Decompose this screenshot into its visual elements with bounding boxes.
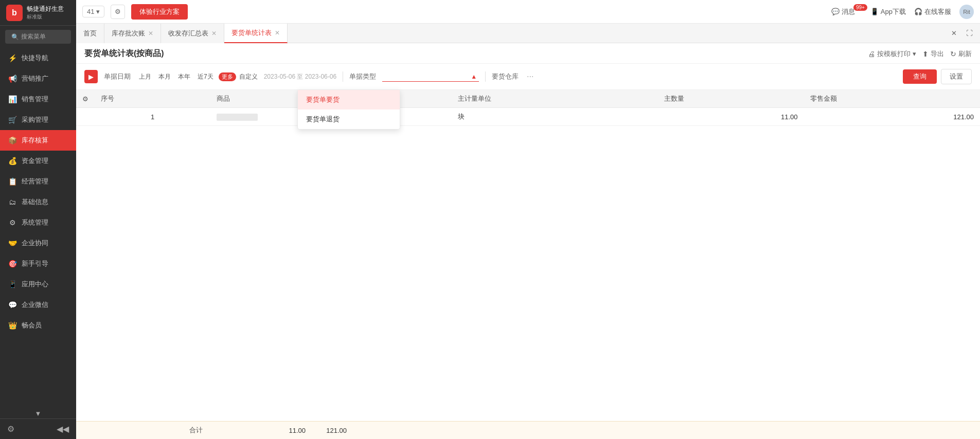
filter-expand-button[interactable]: ▶	[84, 70, 98, 83]
cell-quantity: 11.00	[658, 108, 804, 126]
col-amount: 零售金额	[804, 90, 980, 108]
tab-batch[interactable]: 库存批次账 ✕	[104, 24, 161, 43]
date-7days[interactable]: 近7天	[195, 71, 216, 82]
filter-separator-2	[485, 71, 486, 82]
sidebar-item-app-center[interactable]: 📱 应用中心	[0, 274, 76, 295]
sidebar-bottom: ⚙ ◀◀	[0, 418, 76, 439]
type-chevron-up-icon[interactable]: ▲	[471, 73, 477, 80]
date-more-badge[interactable]: 更多	[219, 72, 236, 81]
tab-bar: 首页 库存批次账 ✕ 收发存汇总表 ✕ 要货单统计表 ✕ ✕ ⛶	[76, 24, 980, 43]
sidebar-logo: b 畅捷通好生意 标准版	[0, 0, 76, 26]
data-table: ⚙ 序号 商品 主计量单位 主数量 零售金额 1	[76, 90, 980, 126]
sidebar-item-operations[interactable]: 📋 经营管理	[0, 171, 76, 192]
collapse-sidebar-icon[interactable]: ◀◀	[57, 424, 69, 434]
enterprise-wechat-icon: 💬	[7, 300, 17, 310]
filter-actions: 查询 设置	[903, 69, 972, 84]
sidebar-item-basic-info[interactable]: 🗂 基础信息	[0, 192, 76, 212]
sidebar-item-inventory[interactable]: 📦 库存核算	[0, 130, 76, 151]
sidebar-item-purchase[interactable]: 🛒 采购管理	[0, 109, 76, 130]
sidebar-item-guide[interactable]: 🎯 新手引导	[0, 253, 76, 274]
type-input-container[interactable]: ▲	[382, 71, 479, 82]
sidebar-nav: ⚡ 快捷导航 📢 营销推广 📊 销售管理 🛒 采购管理 📦 库存核算 💰 资金管…	[0, 48, 76, 408]
footer-quantity: 11.00	[271, 427, 312, 434]
print-chevron-icon: ▾	[913, 50, 916, 58]
inventory-icon: 📦	[7, 135, 17, 145]
refresh-button[interactable]: ↻ 刷新	[950, 49, 972, 59]
col-settings[interactable]: ⚙	[76, 90, 95, 108]
settings-button[interactable]: 设置	[941, 69, 972, 84]
sidebar-item-enterprise-wechat[interactable]: 💬 企业微信	[0, 295, 76, 315]
print-button[interactable]: 🖨 按模板打印 ▾	[868, 49, 916, 59]
sidebar: b 畅捷通好生意 标准版 🔍 搜索菜单 ⚡ 快捷导航 📢 营销推广 📊 销售管理…	[0, 0, 76, 439]
filter-more-button[interactable]: ···	[527, 72, 533, 81]
export-button[interactable]: ⬆ 导出	[922, 49, 944, 59]
header-left: 41 ▾ ⚙ 体验行业方案	[82, 4, 188, 20]
cell-row-num: 1	[95, 108, 210, 126]
enterprise-icon: 🤝	[7, 238, 17, 248]
finance-icon: 💰	[7, 156, 17, 166]
tab-receivables[interactable]: 收发存汇总表 ✕	[161, 24, 224, 43]
user-avatar-button[interactable]: Rit	[959, 5, 974, 19]
app-logo-text: 畅捷通好生意 标准版	[27, 5, 64, 20]
sidebar-search[interactable]: 🔍 搜索菜单	[5, 30, 71, 44]
settings-bottom-icon[interactable]: ⚙	[7, 424, 14, 434]
tab-expand-button[interactable]: ⛶	[963, 27, 976, 40]
type-dropdown: 要货单要货 要货单退货	[297, 89, 400, 130]
service-icon: 🎧	[914, 8, 922, 15]
export-icon: ⬆	[922, 50, 929, 58]
basic-info-icon: 🗂	[7, 197, 17, 207]
messages-button[interactable]: 💬 消息 99+	[831, 7, 862, 16]
sidebar-item-finance[interactable]: 💰 资金管理	[0, 151, 76, 171]
sidebar-item-vip[interactable]: 👑 畅会员	[0, 315, 76, 336]
dropdown-item-requisition-order[interactable]: 要货单要货	[298, 90, 400, 109]
sidebar-item-quick-nav[interactable]: ⚡ 快捷导航	[0, 48, 76, 68]
cell-settings	[76, 108, 95, 126]
date-last-month[interactable]: 上月	[137, 71, 153, 82]
filter-row: ▶ 单据日期 上月 本月 本年 近7天 更多 自定义 2023-05-06 至 …	[84, 69, 972, 84]
header-right: 💬 消息 99+ 📱 App下载 🎧 在线客服 Rit	[831, 5, 974, 19]
sidebar-scroll-down[interactable]: ▼	[0, 408, 76, 418]
message-icon: 💬	[831, 8, 840, 15]
app-download-button[interactable]: 📱 App下载	[870, 7, 906, 16]
company-selector[interactable]: 41 ▾	[82, 6, 104, 17]
content-area: 要货单统计表(按商品) 🖨 按模板打印 ▾ ⬆ 导出 ↻ 刷新	[76, 43, 980, 439]
type-input[interactable]	[384, 72, 471, 80]
date-this-month[interactable]: 本月	[156, 71, 173, 82]
gear-icon: ⚙	[115, 8, 121, 15]
operations-icon: 📋	[7, 176, 17, 187]
tab-close-batch[interactable]: ✕	[148, 30, 153, 37]
query-button[interactable]: 查询	[903, 69, 937, 84]
filter-area: ▶ 单据日期 上月 本月 本年 近7天 更多 自定义 2023-05-06 至 …	[76, 64, 980, 90]
refresh-icon: ↻	[950, 50, 956, 58]
online-service-button[interactable]: 🎧 在线客服	[914, 7, 951, 16]
sidebar-item-marketing[interactable]: 📢 营销推广	[0, 68, 76, 89]
search-icon: 🔍	[11, 33, 19, 41]
tab-close-all-button[interactable]: ✕	[947, 27, 960, 40]
trial-button[interactable]: 体验行业方案	[131, 4, 188, 20]
type-label: 单据类型	[349, 72, 376, 81]
dropdown-item-requisition-return[interactable]: 要货单退货	[298, 109, 400, 129]
tab-bar-actions: ✕ ⛶	[947, 27, 980, 40]
tab-home[interactable]: 首页	[76, 24, 104, 43]
sidebar-item-system[interactable]: ⚙ 系统管理	[0, 212, 76, 233]
gear-button[interactable]: ⚙	[111, 5, 125, 19]
date-custom[interactable]: 自定义	[239, 72, 258, 81]
product-placeholder	[217, 114, 258, 121]
tab-close-requisition[interactable]: ✕	[275, 29, 280, 36]
tab-requisition[interactable]: 要货单统计表 ✕	[224, 24, 288, 43]
sales-icon: 📊	[7, 94, 17, 104]
purchase-icon: 🛒	[7, 115, 17, 125]
app-logo-icon: b	[6, 5, 23, 21]
sidebar-item-enterprise[interactable]: 🤝 企业协同	[0, 233, 76, 253]
date-this-year[interactable]: 本年	[176, 71, 192, 82]
filter-separator-1	[343, 71, 343, 82]
avatar: Rit	[959, 5, 974, 19]
warehouse-label: 要货仓库	[492, 72, 519, 81]
tab-close-receivables[interactable]: ✕	[211, 30, 217, 37]
chevron-down-icon: ▾	[96, 8, 100, 15]
page-title: 要货单统计表(按商品)	[84, 48, 164, 59]
guide-icon: 🎯	[7, 259, 17, 269]
table-footer: 合计 11.00 121.00	[76, 421, 980, 439]
sidebar-item-sales[interactable]: 📊 销售管理	[0, 89, 76, 109]
app-center-icon: 📱	[7, 279, 17, 289]
